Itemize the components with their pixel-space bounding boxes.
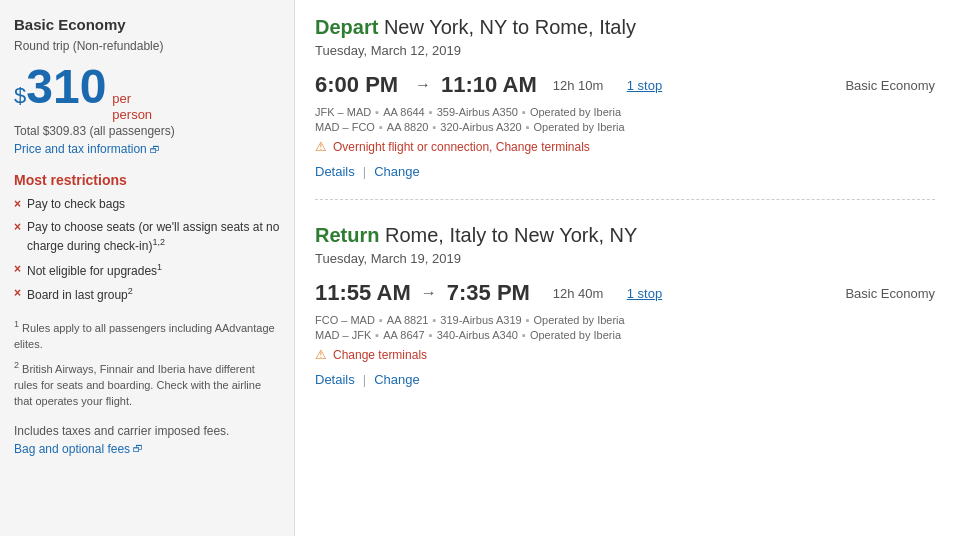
depart-date: Tuesday, March 12, 2019 [315, 43, 935, 58]
restriction-x-icon: × [14, 220, 21, 234]
right-panel: Depart New York, NY to Rome, Italy Tuesd… [295, 0, 955, 536]
ret-seg2-aircraft: 340-Airbus A340 [437, 329, 518, 341]
return-arrive-time: 7:35 PM [447, 280, 537, 306]
price-row: $ 310 perperson [14, 63, 280, 122]
depart-label: Depart [315, 16, 378, 38]
depart-segment-1: JFK – MAD ▪ AA 8644 ▪ 359-Airbus A350 ▪ … [315, 106, 935, 118]
total-price: Total $309.83 (all passengers) [14, 124, 280, 138]
depart-details-link[interactable]: Details [315, 164, 355, 179]
dollar-sign: $ [14, 83, 26, 109]
return-date: Tuesday, March 19, 2019 [315, 251, 935, 266]
arrow-icon: → [415, 76, 431, 94]
depart-segment-2: MAD – FCO ▪ AA 8820 ▪ 320-Airbus A320 ▪ … [315, 121, 935, 133]
return-segment-1: FCO – MAD ▪ AA 8821 ▪ 319-Airbus A319 ▪ … [315, 314, 935, 326]
return-segment-2: MAD – JFK ▪ AA 8647 ▪ 340-Airbus A340 ▪ … [315, 329, 935, 341]
depart-change-link[interactable]: Change [374, 164, 420, 179]
depart-header: Depart New York, NY to Rome, Italy [315, 16, 935, 39]
depart-warning-text: Overnight flight or connection, Change t… [333, 140, 590, 154]
ret-seg1-operator: Operated by Iberia [534, 314, 625, 326]
restriction-x-icon: × [14, 262, 21, 276]
restriction-text: Not eligible for upgrades1 [27, 261, 162, 280]
ret-seg2-from-to: MAD – JFK [315, 329, 371, 341]
return-header: Return Rome, Italy to New York, NY [315, 224, 935, 247]
depart-route: New York, NY to Rome, Italy [384, 16, 636, 38]
depart-duration: 12h 10m [553, 78, 623, 93]
seg1-from-to: JFK – MAD [315, 106, 371, 118]
return-depart-time: 11:55 AM [315, 280, 411, 306]
seg2-operator: Operated by Iberia [534, 121, 625, 133]
return-action-row: Details | Change [315, 372, 935, 387]
restriction-item: × Pay to choose seats (or we'll assign s… [14, 219, 280, 255]
return-duration: 12h 40m [553, 286, 623, 301]
separator: | [363, 164, 366, 179]
depart-class: Basic Economy [845, 78, 935, 93]
depart-direction: Depart New York, NY to Rome, Italy [315, 16, 935, 39]
restriction-text: Board in last group2 [27, 285, 133, 304]
restriction-item: × Not eligible for upgrades1 [14, 261, 280, 280]
external-link-icon: 🗗 [150, 144, 160, 155]
depart-time: 6:00 PM [315, 72, 405, 98]
seg2-aircraft: 320-Airbus A320 [440, 121, 521, 133]
restrictions-title: Most restrictions [14, 172, 280, 188]
return-warning-row: ⚠ Change terminals [315, 347, 935, 362]
ret-seg1-from-to: FCO – MAD [315, 314, 375, 326]
seg2-from-to: MAD – FCO [315, 121, 375, 133]
depart-flight-section: Depart New York, NY to Rome, Italy Tuesd… [315, 16, 935, 200]
depart-action-row: Details | Change [315, 164, 935, 179]
arrow-icon-2: → [421, 284, 437, 302]
bag-fees-link[interactable]: Bag and optional fees 🗗 [14, 442, 280, 456]
per-person-label: perperson [112, 91, 152, 122]
return-direction: Return Rome, Italy to New York, NY [315, 224, 935, 247]
restriction-item: × Board in last group2 [14, 285, 280, 304]
depart-times-row: 6:00 PM → 11:10 AM 12h 10m 1 stop Basic … [315, 72, 935, 98]
plan-title: Basic Economy [14, 16, 280, 33]
seg1-operator: Operated by Iberia [530, 106, 621, 118]
ret-seg1-aircraft: 319-Airbus A319 [440, 314, 521, 326]
depart-warning-row: ⚠ Overnight flight or connection, Change… [315, 139, 935, 154]
seg1-flight-num: AA 8644 [383, 106, 425, 118]
restriction-text: Pay to check bags [27, 196, 125, 213]
footnotes: 1 Rules apply to all passengers includin… [14, 318, 280, 410]
separator-2: | [363, 372, 366, 387]
ret-seg2-operator: Operated by Iberia [530, 329, 621, 341]
return-class: Basic Economy [845, 286, 935, 301]
return-label: Return [315, 224, 379, 246]
return-times-row: 11:55 AM → 7:35 PM 12h 40m 1 stop Basic … [315, 280, 935, 306]
ret-seg1-flight-num: AA 8821 [387, 314, 429, 326]
return-details-link[interactable]: Details [315, 372, 355, 387]
return-warning-text: Change terminals [333, 348, 427, 362]
restriction-x-icon: × [14, 286, 21, 300]
footnote-1: 1 Rules apply to all passengers includin… [14, 318, 280, 353]
restriction-item: × Pay to check bags [14, 196, 280, 213]
warning-icon-2: ⚠ [315, 347, 327, 362]
left-panel: Basic Economy Round trip (Non-refundable… [0, 0, 295, 536]
depart-stops-link[interactable]: 1 stop [627, 78, 662, 93]
price-tax-link[interactable]: Price and tax information 🗗 [14, 142, 280, 156]
restriction-text: Pay to choose seats (or we'll assign sea… [27, 219, 280, 255]
price-amount: 310 [26, 63, 106, 111]
return-route: Rome, Italy to New York, NY [385, 224, 637, 246]
ret-seg2-flight-num: AA 8647 [383, 329, 425, 341]
return-change-link[interactable]: Change [374, 372, 420, 387]
warning-icon: ⚠ [315, 139, 327, 154]
external-link-icon-2: 🗗 [133, 443, 143, 454]
depart-arrive-time: 11:10 AM [441, 72, 537, 98]
includes-label: Includes taxes and carrier imposed fees. [14, 424, 280, 438]
footnote-2: 2 British Airways, Finnair and Iberia ha… [14, 359, 280, 410]
seg1-aircraft: 359-Airbus A350 [437, 106, 518, 118]
return-flight-section: Return Rome, Italy to New York, NY Tuesd… [315, 224, 935, 407]
return-stops-link[interactable]: 1 stop [627, 286, 662, 301]
seg2-flight-num: AA 8820 [387, 121, 429, 133]
restriction-x-icon: × [14, 197, 21, 211]
round-trip-label: Round trip (Non-refundable) [14, 39, 280, 53]
